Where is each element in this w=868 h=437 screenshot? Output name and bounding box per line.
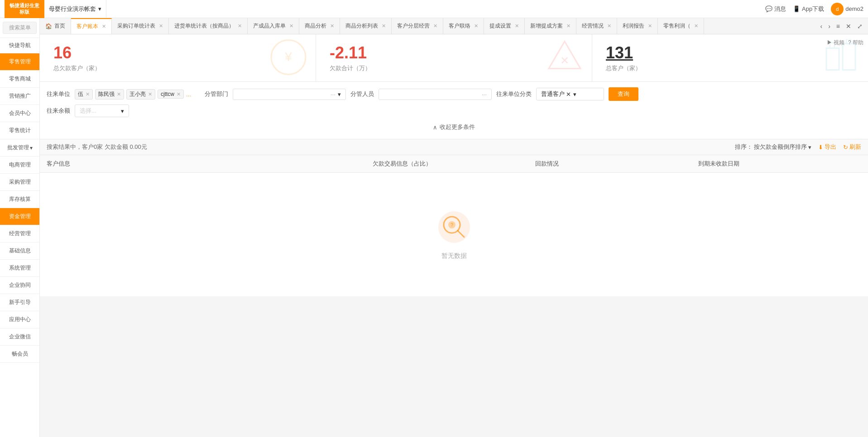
sidebar-item-finance[interactable]: 资金管理 [0, 208, 39, 225]
close-tab-icon[interactable]: ✕ [694, 23, 698, 29]
sidebar-item-wholesale[interactable]: 批发管理 ▾ [0, 139, 39, 157]
sidebar-item-label: 电商管理 [9, 162, 31, 168]
tab-label: 零售利润（ [663, 22, 691, 30]
refresh-button[interactable]: ↻ 刷新 [843, 143, 861, 151]
person-select[interactable]: ··· [379, 89, 492, 100]
sidebar-item-basic-info[interactable]: 基础信息 [0, 242, 39, 260]
unit-tag-wang[interactable]: 王小亮 ✕ [126, 89, 155, 100]
tab-customer-accounts[interactable]: 客户账本 ✕ [71, 18, 112, 34]
sidebar-item-label: 新手引导 [9, 299, 31, 305]
search-menu-area[interactable]: 搜索菜单 [0, 18, 39, 38]
sidebar-item-ecommerce[interactable]: 电商管理 [0, 157, 39, 174]
close-tab-icon[interactable]: ✕ [102, 24, 106, 29]
amount-select[interactable]: 选择... ▾ [75, 104, 129, 117]
app-download-label: App下载 [802, 5, 824, 13]
sidebar-item-operations[interactable]: 经营管理 [0, 225, 39, 242]
debt-bg-icon: ✕ [547, 39, 583, 77]
close-tab-icon[interactable]: ✕ [159, 23, 163, 29]
stat-card-total-customers: 131 总客户（家） ▶ 视频 ? 帮助 [592, 34, 868, 81]
tab-customer-tier[interactable]: 客户分层经营 ✕ [392, 18, 443, 34]
industry-selector[interactable]: 母婴行业演示帐套 ▾ [44, 0, 106, 18]
svg-rect-5 [843, 44, 855, 70]
quick-nav-button[interactable]: 快捷导航 [0, 38, 39, 53]
close-tab-icon[interactable]: ✕ [648, 23, 652, 29]
sidebar-item-marketing[interactable]: 营销推广 [0, 88, 39, 105]
remove-tag-icon[interactable]: ✕ [148, 91, 152, 97]
tab-goods-analysis[interactable]: 商品分析 ✕ [299, 18, 340, 34]
person-dots[interactable]: ··· [482, 91, 487, 98]
dept-dots[interactable]: ··· [331, 91, 336, 98]
sidebar-item-vip-member[interactable]: 畅会员 [0, 346, 39, 363]
sidebar-item-inventory[interactable]: 库存核算 [0, 191, 39, 208]
tab-profit-report[interactable]: 利润报告 ✕ [617, 18, 658, 34]
remove-tag-icon[interactable]: ✕ [117, 91, 121, 97]
tab-product-in[interactable]: 产成品入库单 ✕ [248, 18, 299, 34]
collapse-button[interactable]: ∧ 收起更多条件 [47, 121, 861, 133]
category-tag[interactable]: 普通客户 ✕ [541, 90, 571, 98]
sidebar-item-purchase[interactable]: 采购管理 [0, 174, 39, 191]
remove-tag-icon[interactable]: ✕ [86, 91, 90, 97]
unit-tag-cjttcw[interactable]: cjttcw ✕ [158, 90, 184, 99]
export-button[interactable]: ⬇ 导出 [818, 143, 836, 151]
sidebar-item-label: 系统管理 [9, 265, 31, 271]
stat-number-total[interactable]: 131 [606, 43, 641, 62]
messages-button[interactable]: 💬 消息 [765, 5, 786, 13]
close-tab-icon[interactable]: ✕ [607, 23, 611, 29]
tab-promotion-settings[interactable]: 提成设置 ✕ [484, 18, 525, 34]
tag-text: 陈民强 [98, 90, 115, 98]
close-tab-icon[interactable]: ✕ [382, 23, 386, 29]
unit-tag-chen[interactable]: 陈民强 ✕ [95, 89, 124, 100]
close-tab-icon[interactable]: ✕ [474, 23, 478, 29]
sidebar-item-retail[interactable]: 零售管理 [0, 53, 39, 71]
tab-business-status[interactable]: 经营情况 ✕ [576, 18, 617, 34]
tab-next-button[interactable]: › [826, 22, 832, 31]
tab-customer-contact[interactable]: 客户联络 ✕ [443, 18, 484, 34]
sidebar-item-member[interactable]: 会员中心 [0, 105, 39, 122]
tab-close-all-button[interactable]: ✕ [844, 22, 853, 31]
close-tab-icon[interactable]: ✕ [289, 23, 293, 29]
tag-text: 伍 [78, 90, 83, 98]
video-help-button[interactable]: ▶ 视频 [827, 39, 844, 47]
unit-tags-more[interactable]: ... [186, 91, 191, 98]
home-icon: 🏠 [45, 23, 52, 29]
sidebar-item-retail-stats[interactable]: 零售统计 [0, 122, 39, 139]
tab-new-promotion[interactable]: 新增提成方案 ✕ [525, 18, 576, 34]
close-tab-icon[interactable]: ✕ [238, 23, 242, 29]
industry-label: 母婴行业演示帐套 [49, 5, 96, 13]
stats-row: ¥ 16 总欠款客户（家） ✕ [40, 34, 868, 82]
tab-home[interactable]: 🏠 首页 [40, 18, 71, 34]
close-tab-icon[interactable]: ✕ [330, 23, 334, 29]
close-tab-icon[interactable]: ✕ [566, 23, 571, 29]
sidebar-item-enterprise-wechat[interactable]: 企业微信 [0, 328, 39, 346]
unit-tag-wu[interactable]: 伍 ✕ [75, 89, 93, 100]
help-button[interactable]: ? 帮助 [848, 39, 863, 47]
query-button[interactable]: 查询 [609, 87, 638, 101]
sidebar-item-retail-store[interactable]: 零售商城 [0, 71, 39, 88]
remove-tag-icon[interactable]: ✕ [177, 91, 181, 97]
sort-label: 排序： [735, 143, 753, 151]
user-profile[interactable]: d demo2 [831, 3, 863, 15]
tab-purchase-order[interactable]: 采购订单统计表 ✕ [112, 18, 169, 34]
sidebar-item-system[interactable]: 系统管理 [0, 260, 39, 277]
sidebar-item-enterprise-collab[interactable]: 企业协同 [0, 277, 39, 294]
filter-row-units: 往来单位 伍 ✕ 陈民强 ✕ 王小亮 ✕ [47, 87, 861, 101]
sort-select[interactable]: 排序： 按欠款金额倒序排序 ▾ [735, 143, 811, 151]
tab-expand-button[interactable]: ⤢ [855, 22, 864, 31]
dept-select[interactable]: ··· ▾ [233, 89, 346, 100]
search-menu-button[interactable]: 搜索菜单 [3, 22, 37, 34]
category-select[interactable]: 普通客户 ✕ ▾ [536, 88, 604, 100]
close-tab-icon[interactable]: ✕ [515, 23, 519, 29]
tab-goods-analysis-list[interactable]: 商品分析列表 ✕ [340, 18, 392, 34]
sidebar-item-new-guide[interactable]: 新手引导 [0, 294, 39, 311]
close-tab-icon[interactable]: ✕ [433, 23, 437, 29]
tab-stock-in[interactable]: 进货单统计表（按商品） ✕ [169, 18, 248, 34]
remove-category-tag-icon[interactable]: ✕ [566, 91, 571, 98]
tab-retail-profit[interactable]: 零售利润（ ✕ [658, 18, 704, 34]
sidebar-item-app-center[interactable]: 应用中心 [0, 311, 39, 328]
tab-prev-button[interactable]: ‹ [818, 22, 824, 31]
app-download-button[interactable]: 📱 App下载 [793, 5, 824, 13]
svg-rect-4 [826, 48, 839, 70]
sidebar-item-label: 营销推广 [9, 93, 31, 99]
content-area: 🏠 首页 客户账本 ✕ 采购订单统计表 ✕ 进货单统计表（按商品） ✕ 产成品入… [40, 18, 868, 437]
tab-more-button[interactable]: ≡ [834, 22, 842, 31]
